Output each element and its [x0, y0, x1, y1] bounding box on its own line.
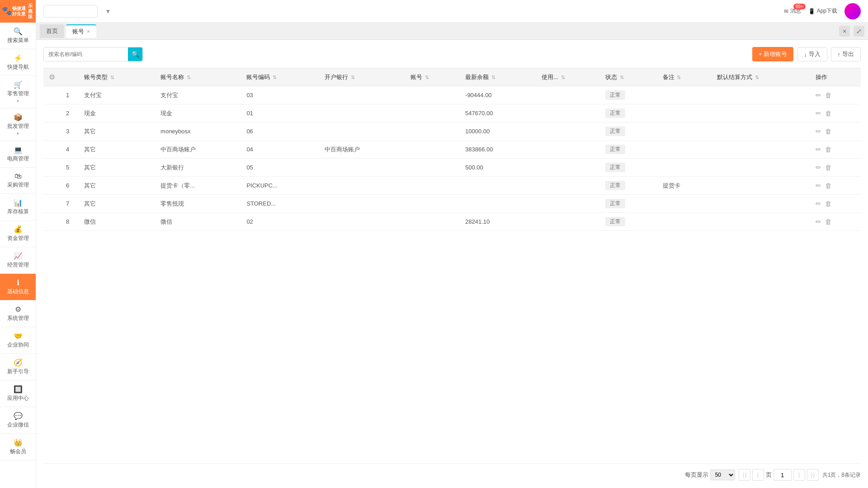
last-page-button[interactable]: ⟩⟩ [807, 469, 819, 481]
col-account-type-label: 账号类型 [84, 74, 108, 80]
row-action-cell: ✏ 🗑 [810, 213, 861, 231]
message-button[interactable]: ✉ 消息 99+ [784, 7, 801, 15]
delete-icon[interactable]: 🗑 [825, 109, 832, 117]
delete-icon[interactable]: 🗑 [825, 164, 832, 171]
col-remark[interactable]: 备注 ⇅ [657, 68, 712, 86]
edit-icon[interactable]: ✏ [816, 164, 821, 172]
tab-close-icon[interactable]: × [87, 29, 90, 34]
sidebar-item-member[interactable]: 👑 畅会员 [0, 434, 36, 460]
row-default-settlement-cell [712, 195, 810, 213]
sidebar-item-ops-mgmt[interactable]: 📈 经营管理 [0, 247, 36, 274]
col-account-code[interactable]: 账号编码 ⇅ [241, 68, 319, 86]
delete-icon[interactable]: 🗑 [825, 127, 832, 135]
row-account-code-cell: 06 [241, 122, 319, 141]
sidebar-item-label: 系统管理 [7, 314, 29, 322]
app-center-icon: 🔲 [14, 385, 23, 394]
delete-icon[interactable]: 🗑 [825, 91, 832, 99]
row-account-code-cell: STORED... [241, 195, 319, 213]
avatar[interactable] [844, 3, 861, 19]
col-account-name[interactable]: 账号名称 ⇅ [155, 68, 241, 86]
row-account-no-cell [405, 141, 460, 159]
col-account-type[interactable]: 账号类型 ⇅ [79, 68, 155, 86]
sort-icon-status: ⇅ [620, 75, 624, 80]
sidebar-item-ecom-mgmt[interactable]: 💻 电商管理 [0, 141, 36, 168]
sidebar-item-label: 企业协同 [7, 341, 29, 349]
delete-icon[interactable]: 🗑 [825, 145, 832, 153]
sort-icon-default-settlement: ⇅ [755, 75, 759, 80]
col-default-settlement[interactable]: 默认结算方式 ⇅ [712, 68, 810, 86]
col-status[interactable]: 状态 ⇅ [600, 68, 657, 86]
ops-icon: 📈 [14, 252, 23, 260]
col-open-bank[interactable]: 开户银行 ⇅ [319, 68, 405, 86]
export-button[interactable]: ↑ 导出 [831, 47, 861, 61]
table-row: 7 其它 零售抵现 STORED... 正常 ✏ 🗑 [43, 195, 861, 213]
sort-icon-account-name: ⇅ [187, 75, 191, 80]
guide-icon: 🧭 [14, 358, 23, 367]
sidebar-item-basic-info[interactable]: ℹ 基础信息 [0, 274, 36, 300]
edit-icon[interactable]: ✏ [816, 145, 821, 154]
sidebar-item-retail-mgmt[interactable]: 🛒 零售管理 ▾ [0, 76, 36, 108]
search-button[interactable]: 🔍 [128, 47, 142, 61]
row-status-cell: 正常 [600, 177, 657, 195]
tab-maximize-button[interactable]: ⤢ [854, 26, 864, 37]
delete-icon[interactable]: 🗑 [825, 200, 832, 207]
sidebar-item-wholesale-mgmt[interactable]: 📦 批发管理 ▾ [0, 108, 36, 141]
settings-gear-icon[interactable]: ⚙ [49, 73, 55, 81]
import-button[interactable]: ↓ 导入 [797, 47, 827, 61]
col-operation: 操作 [810, 68, 861, 86]
row-usage-cell [536, 177, 600, 195]
col-usage[interactable]: 使用... ⇅ [536, 68, 600, 86]
row-latest-balance-cell: 28241.10 [460, 213, 536, 231]
add-account-label: + 新增账号 [759, 50, 787, 58]
app-download-button[interactable]: 📱 App下载 [808, 7, 837, 15]
row-account-type-cell: 其它 [79, 122, 155, 141]
next-page-button[interactable]: ⟩ [793, 469, 805, 481]
col-operation-label: 操作 [816, 74, 827, 80]
row-open-bank-cell: 中百商场账户 [319, 141, 405, 159]
row-account-code-cell: 04 [241, 141, 319, 159]
row-action-cell: ✏ 🗑 [810, 195, 861, 213]
edit-icon[interactable]: ✏ [816, 182, 821, 190]
sidebar-item-app-center[interactable]: 🔲 应用中心 [0, 380, 36, 407]
sidebar-item-inventory[interactable]: 📊 库存核算 [0, 194, 36, 221]
tab-account[interactable]: 账号 × [66, 24, 96, 38]
edit-icon[interactable]: ✏ [816, 218, 821, 226]
sidebar-item-new-guide[interactable]: 🧭 新手引导 [0, 354, 36, 380]
export-icon: ↑ [838, 51, 841, 58]
search-menu-input[interactable] [43, 5, 98, 18]
sidebar-item-capital-mgmt[interactable]: 💰 资金管理 [0, 221, 36, 247]
capital-icon: 💰 [14, 225, 23, 234]
edit-icon[interactable]: ✏ [816, 109, 821, 117]
row-account-name-cell: 支付宝 [155, 86, 241, 104]
delete-icon[interactable]: 🗑 [825, 182, 832, 189]
edit-icon[interactable]: ✏ [816, 200, 821, 208]
tab-home[interactable]: 首页 [40, 24, 64, 38]
per-page-dropdown[interactable]: 50 100 200 [710, 469, 735, 480]
total-info: 共1页，8条记录 [822, 471, 861, 479]
edit-icon[interactable]: ✏ [816, 91, 821, 99]
row-action-cell: ✏ 🗑 [810, 122, 861, 141]
header-right: ✉ 消息 99+ 📱 App下载 [784, 3, 861, 19]
search-input[interactable] [44, 51, 128, 57]
row-account-no-cell [405, 177, 460, 195]
first-page-button[interactable]: ⟨⟨ [739, 469, 750, 481]
sidebar-item-sys-mgmt[interactable]: ⚙ 系统管理 [0, 300, 36, 327]
delete-icon[interactable]: 🗑 [825, 218, 832, 225]
import-label: 导入 [809, 50, 821, 58]
nav-arrow-icon[interactable]: ▼ [105, 8, 111, 15]
sidebar-item-search-menu[interactable]: 🔍 搜索菜单 [0, 23, 36, 49]
edit-icon[interactable]: ✏ [816, 127, 821, 136]
sidebar-item-enterprise-wechat[interactable]: 💬 企业微信 [0, 407, 36, 434]
row-open-bank-cell [319, 122, 405, 141]
sidebar-item-enterprise-agreement[interactable]: 🤝 企业协同 [0, 327, 36, 354]
col-latest-balance[interactable]: 最新余额 ⇅ [460, 68, 536, 86]
sidebar-item-purchase-mgmt[interactable]: 🛍 采购管理 [0, 168, 36, 194]
col-account-no[interactable]: 账号 ⇅ [405, 68, 460, 86]
member-icon: 👑 [14, 438, 23, 447]
page-number-input[interactable] [774, 469, 792, 481]
tab-minimize-button[interactable]: × [839, 26, 850, 37]
sidebar-item-quick-nav[interactable]: ⚡ 快捷导航 [0, 49, 36, 76]
prev-page-button[interactable]: ⟨ [752, 469, 764, 481]
table-header-row: ⚙ 账号类型 ⇅ 账号名称 ⇅ 账号编码 ⇅ [43, 68, 861, 86]
add-account-button[interactable]: + 新增账号 [752, 47, 793, 61]
